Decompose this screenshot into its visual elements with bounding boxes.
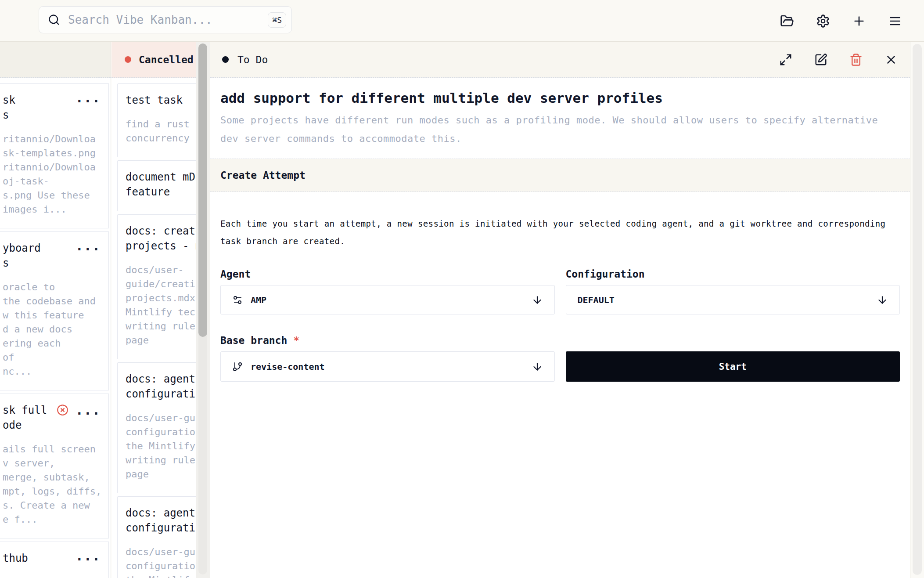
card-title: docs: agentconfiguration	[126, 372, 196, 401]
panel-scrollbar	[910, 42, 924, 578]
panel-actions	[779, 53, 898, 66]
column-cards-left: sks ... ritannio/Downloask-templates.png…	[0, 78, 111, 578]
panel-scrollbar-thumb[interactable]	[913, 44, 922, 575]
folder-open-icon	[780, 14, 794, 28]
close-icon	[884, 53, 898, 66]
form-spacer	[566, 314, 900, 346]
column-title: Cancelled	[139, 54, 194, 65]
task-card[interactable]: sks ... ritannio/Downloask-templates.png…	[0, 83, 109, 228]
card-icons: ...	[76, 551, 101, 560]
start-button[interactable]: Start	[566, 351, 900, 382]
card-title: sk fullode	[3, 403, 47, 433]
task-card[interactable]: test task find a rust ficoncurrency	[117, 83, 196, 157]
cancelled-status-dot-icon	[125, 56, 131, 63]
card-description: ails full screenv server,merge, subtask,…	[3, 442, 101, 527]
card-description: docs/user-guide/creatiprojects.mdxMintli…	[126, 263, 196, 347]
card-icons: ...	[76, 241, 101, 250]
task-card[interactable]: docs: agentconfiguration docs/user-gucon…	[117, 496, 196, 578]
task-card-head: docs: agentconfiguration	[126, 506, 196, 535]
card-title: document mDNfeature	[126, 170, 196, 199]
card-icons: ...	[57, 403, 101, 416]
menu-icon	[888, 14, 902, 28]
task-card-head: yboards ...	[3, 241, 101, 271]
task-card-head: sk fullode ...	[3, 403, 101, 433]
topbar-actions	[780, 0, 902, 42]
create-attempt-section-header: Create Attempt	[210, 159, 910, 192]
task-card-head: docs: createprojects - m	[126, 224, 196, 253]
search-box[interactable]: ⌘S	[39, 6, 292, 33]
task-card[interactable]: yboards ... oracle tothe codebase andw t…	[0, 231, 109, 390]
card-description: docs/user-guconfigurationthe Mintlifywri…	[126, 411, 196, 481]
settings-gear-icon	[816, 14, 830, 28]
card-menu-button[interactable]: ...	[76, 94, 101, 102]
required-asterisk: *	[293, 335, 299, 346]
task-card-head: docs: agentconfiguration	[126, 372, 196, 401]
column-cards-cancelled: test task find a rust ficoncurrency docu…	[111, 78, 196, 578]
base-branch-value: revise-content	[251, 361, 325, 372]
column-header-left	[0, 42, 111, 78]
git-branch-icon	[232, 361, 243, 372]
task-card-head: sks ...	[3, 93, 101, 123]
delete-task-button[interactable]	[849, 53, 863, 66]
card-title: thub	[3, 551, 28, 578]
task-card[interactable]: docs: agentconfiguration docs/user-gucon…	[117, 362, 196, 493]
kanban-board: sks ... ritannio/Downloask-templates.png…	[0, 42, 924, 578]
edit-task-button[interactable]	[814, 53, 827, 66]
create-attempt-info: Each time you start an attempt, a new se…	[220, 215, 900, 250]
agent-value: AMP	[251, 295, 266, 305]
task-title: add support for different multiple dev s…	[220, 90, 900, 106]
panel-header: To Do	[210, 42, 910, 78]
configuration-value: DEFAULT	[578, 295, 615, 305]
add-task-button[interactable]	[852, 14, 866, 28]
card-menu-button[interactable]: ...	[76, 242, 101, 250]
edit-icon	[814, 53, 827, 66]
search-icon	[48, 14, 60, 26]
configuration-select[interactable]: DEFAULT	[566, 285, 900, 314]
task-detail-panel: To Do	[210, 42, 910, 578]
vibe-kanban-app: ⌘S	[0, 0, 924, 578]
expand-task-button[interactable]	[779, 53, 792, 66]
top-bar: ⌘S	[0, 0, 924, 42]
expand-icon	[779, 53, 792, 66]
panel-body: add support for different multiple dev s…	[210, 90, 910, 382]
card-description: find a rust ficoncurrency	[126, 117, 196, 145]
base-branch-label: Base branch *	[220, 335, 555, 346]
card-title: docs: agentconfiguration	[126, 506, 196, 535]
task-description: Some projects have different run modes s…	[220, 111, 900, 148]
task-card[interactable]: docs: createprojects - m docs/user-guide…	[117, 214, 196, 359]
card-title: sks	[3, 93, 15, 123]
error-badge-icon	[57, 404, 68, 416]
card-title: test task	[126, 93, 183, 108]
trash-icon	[849, 53, 863, 66]
card-icons: ...	[76, 93, 101, 102]
arrow-down-icon	[532, 294, 543, 306]
card-description: docs/user-guconfigurationthe Mintlifywri…	[126, 545, 196, 578]
task-card[interactable]: document mDNfeature	[117, 160, 196, 211]
card-title: docs: createprojects - m	[126, 224, 196, 253]
arrow-down-icon	[532, 361, 543, 372]
plus-icon	[852, 14, 866, 28]
close-panel-button[interactable]	[884, 53, 898, 66]
base-branch-select[interactable]: revise-content	[220, 351, 555, 382]
task-card[interactable]: thub ... cs page	[0, 542, 109, 578]
column-header-cancelled: Cancelled	[111, 42, 196, 78]
open-project-button[interactable]	[780, 14, 794, 28]
main-menu-button[interactable]	[888, 14, 902, 28]
board-scrollbar	[196, 42, 210, 578]
task-card-head: test task	[126, 93, 196, 108]
kanban-column-left: sks ... ritannio/Downloask-templates.png…	[0, 42, 111, 578]
search-input[interactable]	[68, 13, 260, 26]
agent-select[interactable]: AMP	[220, 285, 555, 314]
search-shortcut-badge: ⌘S	[268, 12, 286, 28]
agent-label: Agent	[220, 268, 555, 280]
board-scrollbar-thumb[interactable]	[198, 43, 207, 337]
sliders-icon	[232, 295, 243, 305]
card-menu-button[interactable]: ...	[76, 406, 101, 414]
todo-status-dot-icon	[222, 56, 229, 63]
task-card[interactable]: sk fullode ... ails full screenv server,…	[0, 394, 109, 538]
card-menu-button[interactable]: ...	[76, 552, 101, 560]
settings-button[interactable]	[816, 14, 830, 28]
kanban-column-cancelled: Cancelled test task find a rust ficoncur…	[111, 42, 196, 578]
task-status-label: To Do	[237, 54, 268, 65]
card-title: yboards	[3, 241, 41, 271]
